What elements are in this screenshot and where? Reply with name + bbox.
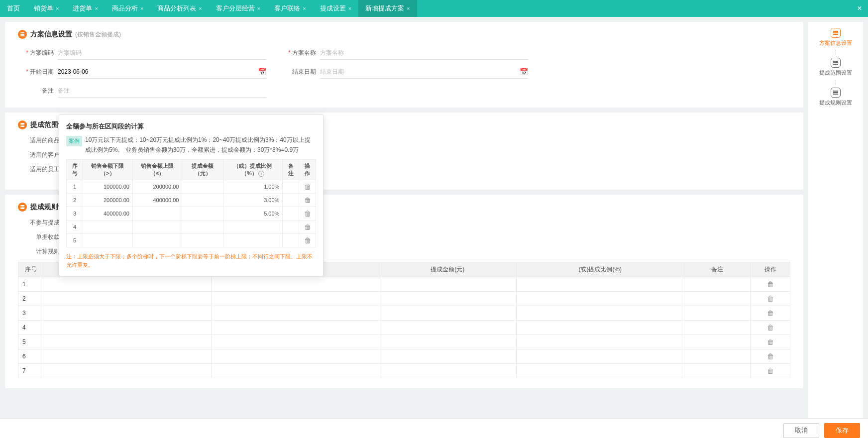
tab-首页[interactable]: 首页 — [0, 0, 27, 17]
calendar-icon[interactable]: 📅 — [520, 68, 528, 76]
tab-close-icon[interactable]: × — [348, 5, 351, 11]
case-tag: 案例 — [66, 136, 82, 146]
tab-close-icon[interactable]: × — [56, 5, 59, 11]
panel-title-plan-info: 方案信息设置 (按销售金额提成) — [18, 30, 790, 39]
label-end-date: 结束日期 — [280, 68, 316, 76]
tier-row[interactable]: 2🗑 — [18, 292, 790, 306]
delete-row-icon[interactable]: 🗑 — [767, 338, 774, 346]
section-badge-icon — [18, 30, 27, 39]
popover-example-table: 序号销售金额下限（>）销售金额上限（≤）提成金额（元）（或）提成比例（%）i备注… — [66, 159, 316, 247]
section-badge-icon — [18, 203, 27, 212]
case-text: 10万元以下无提成；10~20万元提成比例为1%；20~40万提成比例为3%；4… — [85, 135, 316, 155]
tier-table: 序号销售金额下限(>)销售金额上限(≤)提成金额(元)(或)提成比例(%)备注操… — [18, 262, 790, 378]
section-subtitle: (按销售金额提成) — [75, 30, 121, 39]
popover-note: 注：上限必须大于下限；多个阶梯时，下一个阶梯下限要等于前一阶梯上限；不同行之间下… — [66, 252, 316, 270]
panel-plan-info: 方案信息设置 (按销售金额提成) *方案编码 *方案名称 *开始日期 � — [5, 22, 803, 108]
calendar-icon[interactable]: 📅 — [258, 68, 266, 76]
label-plan-name: *方案名称 — [280, 49, 316, 57]
tier-row[interactable]: 7🗑 — [18, 364, 790, 378]
label-calc-rule: 计算规则 — [18, 247, 60, 256]
anchor-icon — [831, 88, 841, 98]
plan-name-input[interactable] — [320, 46, 529, 60]
delete-row-icon[interactable]: 🗑 — [767, 280, 774, 288]
label-scope-customers: 适用的客户 — [18, 151, 60, 159]
label-receipt: 单据收款 — [18, 233, 60, 241]
info-icon[interactable]: i — [258, 171, 264, 177]
tab-close-icon[interactable]: × — [257, 5, 260, 11]
label-scope-staff: 适用的员工 — [18, 165, 60, 174]
close-all-tabs[interactable]: × — [851, 0, 868, 17]
tier-row[interactable]: 4🗑 — [18, 321, 790, 335]
tab-商品分析[interactable]: 商品分析× — [105, 0, 150, 17]
tab-商品分析列表[interactable]: 商品分析列表× — [150, 0, 209, 17]
section-badge-icon — [18, 120, 27, 129]
delete-row-icon[interactable]: 🗑 — [767, 324, 774, 332]
tab-close-icon[interactable]: × — [407, 5, 410, 11]
tab-close-icon[interactable]: × — [95, 5, 98, 11]
cancel-button[interactable]: 取消 — [783, 423, 819, 434]
anchor-icon — [831, 28, 841, 38]
delete-row-icon[interactable]: 🗑 — [767, 309, 774, 317]
footer-bar: 取消 保存 — [0, 418, 868, 433]
tab-客户分层经营[interactable]: 客户分层经营× — [209, 0, 267, 17]
tab-close-icon[interactable]: × — [199, 5, 202, 11]
delete-row-icon[interactable]: 🗑 — [767, 295, 774, 303]
anchor-nav: 方案信息设置提成范围设置提成规则设置 — [808, 22, 863, 428]
calc-rule-tooltip: 全额参与所在区间段的计算 案例 10万元以下无提成；10~20万元提成比例为1%… — [59, 114, 324, 276]
tabs-bar: 首页销货单×进货单×商品分析×商品分析列表×客户分层经营×客户联络×提成设置×新… — [0, 0, 868, 17]
label-remark: 备注 — [18, 87, 54, 95]
tab-close-icon[interactable]: × — [303, 5, 306, 11]
tab-close-icon[interactable]: × — [140, 5, 143, 11]
section-title: 方案信息设置 — [30, 30, 72, 39]
tab-新增提成方案[interactable]: 新增提成方案× — [358, 0, 417, 17]
anchor-方案信息设置[interactable]: 方案信息设置 — [819, 28, 852, 47]
anchor-提成规则设置[interactable]: 提成规则设置 — [819, 88, 852, 107]
popover-heading: 全额参与所在区间段的计算 — [66, 122, 316, 131]
plan-code-input[interactable] — [58, 46, 266, 60]
label-start-date: *开始日期 — [18, 68, 54, 76]
start-date-input[interactable] — [58, 65, 266, 79]
delete-row-icon[interactable]: 🗑 — [304, 223, 311, 231]
tab-进货单[interactable]: 进货单× — [66, 0, 105, 17]
tab-提成设置[interactable]: 提成设置× — [313, 0, 358, 17]
delete-row-icon[interactable]: 🗑 — [304, 236, 311, 244]
save-button[interactable]: 保存 — [824, 423, 860, 434]
delete-row-icon[interactable]: 🗑 — [304, 196, 311, 204]
end-date-input[interactable] — [320, 65, 529, 79]
tier-row[interactable]: 5🗑 — [18, 335, 790, 349]
anchor-icon — [831, 58, 841, 68]
anchor-提成范围设置[interactable]: 提成范围设置 — [819, 58, 852, 77]
label-exclude: 不参与提成 — [18, 219, 60, 227]
remark-input[interactable] — [58, 84, 266, 98]
tier-row[interactable]: 3🗑 — [18, 306, 790, 321]
delete-row-icon[interactable]: 🗑 — [304, 183, 311, 191]
tier-row[interactable]: 1🗑 — [18, 277, 790, 292]
label-plan-code: *方案编码 — [18, 49, 54, 57]
label-scope-goods: 适用的商品 — [18, 136, 60, 145]
tab-客户联络[interactable]: 客户联络× — [267, 0, 313, 17]
tab-销货单[interactable]: 销货单× — [27, 0, 66, 17]
delete-row-icon[interactable]: 🗑 — [304, 210, 311, 218]
panel-scope: 提成范围设 适用的商品 适用的客户 适用的员工 全额参与所在区间段的计算 案例 … — [5, 112, 803, 190]
delete-row-icon[interactable]: 🗑 — [767, 367, 774, 375]
delete-row-icon[interactable]: 🗑 — [767, 352, 774, 360]
tier-row[interactable]: 6🗑 — [18, 349, 790, 364]
